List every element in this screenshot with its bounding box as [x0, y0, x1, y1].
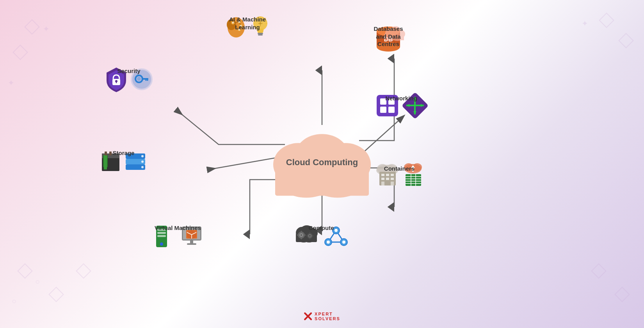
- svg-rect-135: [310, 232, 310, 234]
- svg-point-134: [309, 235, 311, 237]
- svg-rect-79: [406, 174, 421, 186]
- containers-label: Containers: [384, 165, 415, 173]
- svg-point-149: [327, 241, 330, 244]
- svg-rect-115: [190, 241, 193, 244]
- svg-rect-131: [304, 235, 306, 236]
- svg-rect-100: [105, 152, 107, 155]
- cloud-center: Cloud Computing: [267, 125, 377, 200]
- svg-point-105: [141, 166, 144, 168]
- svg-rect-53: [380, 107, 386, 113]
- svg-point-107: [141, 155, 144, 157]
- svg-point-106: [141, 160, 144, 163]
- security-group: Security: [105, 66, 153, 95]
- cloud-center-label: Cloud Computing: [286, 157, 358, 168]
- svg-point-92: [137, 77, 141, 81]
- svg-rect-29: [258, 33, 263, 34]
- svg-rect-68: [391, 174, 394, 176]
- svg-rect-30: [258, 34, 263, 36]
- brand-line2: SOLVERS: [315, 316, 340, 321]
- storage-group: Storage: [100, 148, 147, 175]
- svg-rect-99: [104, 155, 107, 169]
- brand: XPERT SOLVERS: [304, 312, 340, 321]
- security-label: Security: [117, 67, 140, 75]
- svg-point-150: [342, 241, 345, 244]
- db-label: Databases and DataCentres: [374, 25, 403, 48]
- svg-rect-137: [306, 235, 308, 236]
- svg-rect-66: [381, 174, 384, 176]
- svg-point-127: [301, 234, 302, 236]
- svg-rect-73: [391, 182, 394, 185]
- db-group: DB Databases and DataCentres: [375, 23, 402, 57]
- networking-group: Networking: [375, 93, 428, 121]
- ai-ml-group: AI & Machine Learning: [224, 15, 270, 43]
- svg-rect-138: [312, 235, 313, 236]
- ai-ml-label: AI & Machine Learning: [224, 16, 270, 31]
- svg-rect-130: [297, 235, 299, 236]
- svg-rect-128: [301, 231, 302, 232]
- svg-point-148: [334, 229, 338, 232]
- svg-rect-72: [381, 182, 384, 185]
- brand-logo: [304, 312, 312, 321]
- svg-rect-129: [301, 238, 302, 239]
- svg-rect-54: [388, 107, 395, 113]
- svg-rect-70: [386, 178, 389, 180]
- svg-rect-71: [391, 178, 394, 180]
- svg-point-112: [160, 242, 163, 246]
- vm-group: Virtual Machines: [152, 223, 203, 252]
- svg-rect-13: [275, 164, 369, 196]
- brand-line1: XPERT: [315, 312, 340, 316]
- svg-rect-136: [310, 238, 310, 239]
- containers-group: Containers: [375, 163, 424, 191]
- svg-rect-116: [187, 243, 196, 245]
- svg-rect-67: [386, 174, 389, 176]
- storage-label: Storage: [113, 149, 135, 157]
- svg-rect-69: [381, 178, 384, 180]
- svg-rect-101: [109, 152, 112, 155]
- compute-label: Compute: [309, 224, 334, 232]
- svg-rect-111: [157, 235, 166, 237]
- vm-label: Virtual Machines: [155, 224, 201, 232]
- diagram-container: Cloud Computing: [0, 0, 644, 328]
- networking-label: Networking: [385, 94, 417, 102]
- compute-group: Compute: [293, 223, 350, 252]
- svg-rect-110: [157, 232, 166, 234]
